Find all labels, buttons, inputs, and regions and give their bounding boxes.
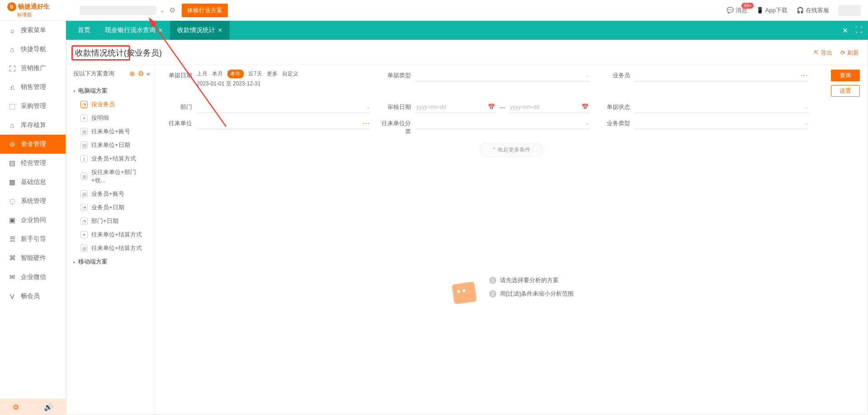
filter-label-clerk: 业务员 xyxy=(600,70,630,80)
warehouse-icon: ⌂ xyxy=(8,121,16,129)
status-select[interactable]: ⌄ xyxy=(635,101,808,113)
sidebar-item-guide[interactable]: ☰新手引导 xyxy=(0,230,66,249)
date-quick-option[interactable]: 上月 xyxy=(197,70,208,78)
date-quick-option[interactable]: 本月 xyxy=(212,70,223,78)
query-button[interactable]: 查询 xyxy=(831,70,860,81)
scheme-item[interactable]: ▤往来单位+结算方式 xyxy=(67,241,155,255)
logo-icon: b xyxy=(7,2,16,11)
sidebar-item-marketing[interactable]: ⛶营销推广 xyxy=(0,59,66,78)
scheme-item[interactable]: ▤往来单位+日期 xyxy=(67,138,155,152)
report-icon: ▤ xyxy=(8,159,16,167)
scheme-item[interactable]: ✦往来单位+结算方式 xyxy=(67,228,155,241)
trial-button[interactable]: 体验行业方案 xyxy=(182,4,228,17)
step-text: 用[过滤]条件来缩小分析范围 xyxy=(500,290,574,298)
clerk-select[interactable]: ⋯ xyxy=(635,70,808,81)
date-quick-option[interactable]: 更多 xyxy=(267,70,278,78)
logo-area: b 畅捷通好生 标准版 xyxy=(7,2,66,18)
sidebar-item-coop[interactable]: ▣企业协同 xyxy=(0,211,66,230)
robot-illustration xyxy=(448,271,480,303)
sidebar-item-purchase[interactable]: ⬚采购管理 xyxy=(0,97,66,116)
filter-label-unit: 往来单位 xyxy=(162,118,192,127)
messages-link[interactable]: 💬 消息 99+ xyxy=(726,6,747,14)
user-avatar[interactable] xyxy=(838,5,861,16)
step-text: 请先选择要分析的方案 xyxy=(500,276,559,284)
caret-icon: ▸ xyxy=(73,259,75,264)
close-all-icon[interactable]: ✕ xyxy=(842,26,848,35)
tab-home[interactable]: 首页 xyxy=(71,21,98,40)
volume-icon[interactable]: 🔊 xyxy=(44,403,53,411)
refresh-button[interactable]: ⟳ 刷新 xyxy=(840,49,859,57)
filter-label-unit-cat: 往来单位分类 xyxy=(381,118,411,136)
gear-icon[interactable]: ⚙ xyxy=(13,403,19,411)
sidebar-item-member[interactable]: V畅会员 xyxy=(0,287,66,306)
coin-icon: ⊜ xyxy=(8,140,16,148)
scheme-item[interactable]: ⫿业务员+结算方式 xyxy=(67,152,155,165)
caret-icon: ▾ xyxy=(73,89,75,94)
scheme-item[interactable]: ▤业务员+账号 xyxy=(67,187,155,201)
date-quick-option[interactable]: 近7天 xyxy=(248,70,262,78)
unit-category-select[interactable]: ⌄ xyxy=(415,118,589,129)
export-button[interactable]: ⇱ 导出 xyxy=(814,49,832,57)
step-number: 1 xyxy=(489,277,496,284)
gift-icon: ⛶ xyxy=(8,64,16,72)
filter-label-date: 单据日期 xyxy=(162,70,192,80)
sidebar-item-inventory[interactable]: ⌂库存核算 xyxy=(0,116,66,135)
biz-type-select[interactable]: ⌄ xyxy=(635,118,808,129)
gear-icon[interactable]: ⚙ xyxy=(169,6,175,14)
tab-receipt-stats[interactable]: 收款情况统计✕ xyxy=(170,21,230,40)
scheme-item[interactable]: ✦按明细 xyxy=(67,111,155,125)
scheme-group-mobile[interactable]: ▸移动端方案 xyxy=(67,255,155,269)
audit-date-to[interactable]: yyyy-mm-dd📅 xyxy=(509,101,590,113)
type-select[interactable]: ⌄ xyxy=(415,70,589,81)
sidebar-item-hardware[interactable]: ⌘智能硬件 xyxy=(0,249,66,268)
sidebar-item-finance[interactable]: ⊜资金管理 xyxy=(0,135,66,154)
headset-icon: 🎧 xyxy=(797,7,804,14)
filter-label-type: 单据类型 xyxy=(381,70,411,80)
scheme-header-label: 按以下方案查询 xyxy=(73,70,114,78)
app-header: b 畅捷通好生 标准版 ⌄ ⚙ 体验行业方案 💬 消息 99+ 📱 App下载 … xyxy=(0,0,868,21)
circle-icon: ◌ xyxy=(8,197,16,205)
org-selector[interactable]: ⌄ xyxy=(80,6,165,15)
scheme-item[interactable]: ▤按往来单位+部门+收... xyxy=(67,165,155,187)
online-service-link[interactable]: 🎧 在线客服 xyxy=(797,6,829,14)
unit-select[interactable]: ⋯ xyxy=(197,118,370,129)
app-download-link[interactable]: 📱 App下载 xyxy=(756,6,788,14)
audit-date-from[interactable]: yyyy-mm-dd📅 xyxy=(415,101,496,113)
step-number: 2 xyxy=(489,290,496,297)
scheme-panel: 按以下方案查询 ⊕ ⚙ « ▾电脑端方案 ◔按业务员 ✦按明细 ▤往来单位+账号… xyxy=(67,65,155,414)
scheme-item[interactable]: ◔业务员+日期 xyxy=(67,201,155,214)
sidebar-item-wechat[interactable]: ✉企业微信 xyxy=(0,268,66,287)
tab-cashflow[interactable]: 现金银行流水查询✕ xyxy=(98,21,170,40)
sidebar-item-operation[interactable]: ▤经营管理 xyxy=(0,154,66,173)
message-badge: 99+ xyxy=(741,3,754,9)
sidebar-item-nav[interactable]: ⌂快捷导航 xyxy=(0,40,66,59)
more-icon: ⋯ xyxy=(363,119,370,127)
sidebar-item-sales[interactable]: ⎌销售管理 xyxy=(0,78,66,97)
scheme-item[interactable]: ◔按业务员 xyxy=(67,98,155,111)
bag-icon: ⬚ xyxy=(8,102,16,110)
logo-subtitle: 标准版 xyxy=(17,11,32,18)
collapse-panel-icon[interactable]: « xyxy=(146,70,150,77)
add-scheme-icon[interactable]: ⊕ xyxy=(129,70,135,78)
date-quick-option[interactable]: 自定义 xyxy=(282,70,298,78)
dept-select[interactable]: ⌄ xyxy=(197,101,370,113)
sidebar: ⌕搜索菜单 ⌂快捷导航 ⛶营销推广 ⎌销售管理 ⬚采购管理 ⌂库存核算 ⊜资金管… xyxy=(0,21,66,415)
logo-text: 畅捷通好生 xyxy=(18,3,50,11)
wechat-icon: ✉ xyxy=(8,273,16,281)
more-icon: ⋯ xyxy=(801,71,808,80)
scheme-group-desktop[interactable]: ▾电脑端方案 xyxy=(67,84,155,98)
settings-button[interactable]: 设置 xyxy=(831,85,860,97)
date-quick-option[interactable]: 本年 xyxy=(227,70,244,78)
sidebar-item-basic[interactable]: ▦基础信息 xyxy=(0,173,66,192)
sidebar-item-search[interactable]: ⌕搜索菜单 xyxy=(0,21,66,40)
scheme-settings-icon[interactable]: ⚙ xyxy=(138,70,144,78)
collapse-filters-button[interactable]: ⌃ 收起更多条件 xyxy=(480,143,543,157)
scheme-item[interactable]: ▤往来单位+账号 xyxy=(67,125,155,138)
filter-label-audit: 审核日期 xyxy=(381,101,411,111)
search-icon: ⌕ xyxy=(8,26,16,34)
sidebar-item-system[interactable]: ◌系统管理 xyxy=(0,192,66,211)
close-icon[interactable]: ✕ xyxy=(218,27,222,33)
fullscreen-icon[interactable]: ⛶ xyxy=(855,26,863,34)
close-icon[interactable]: ✕ xyxy=(158,27,163,33)
scheme-item[interactable]: ◔部门+日期 xyxy=(67,214,155,228)
